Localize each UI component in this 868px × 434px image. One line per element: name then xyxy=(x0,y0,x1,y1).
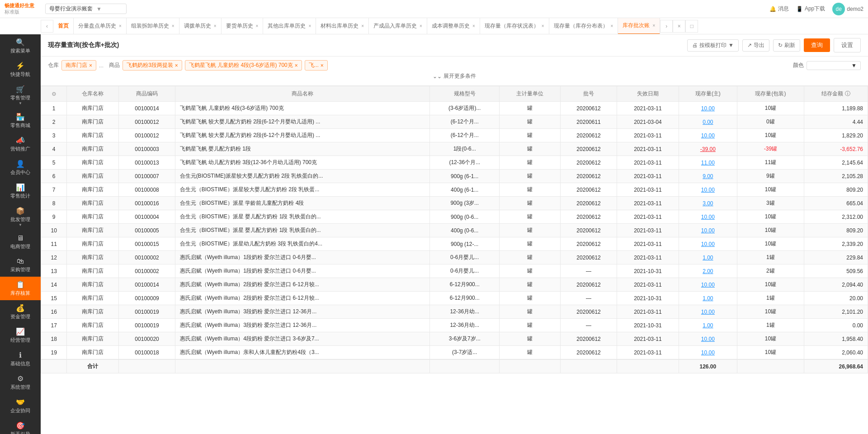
cell-8[interactable]: 1.00 xyxy=(679,292,737,305)
close-tab-icon[interactable]: × xyxy=(361,24,364,28)
close-tab-icon[interactable]: × xyxy=(119,24,122,28)
tab-transfer[interactable]: 调拨单历史× xyxy=(179,18,222,34)
cell-8[interactable]: 10.00 xyxy=(679,278,737,292)
tab-split[interactable]: 分量盘点单历史× xyxy=(74,18,127,34)
sidebar-item-enterprise[interactable]: 🤝企业协同 xyxy=(0,394,41,418)
sidebar-item-retail[interactable]: 🛒零售管理▼ xyxy=(0,81,41,109)
sidebar-item-guide[interactable]: 🎯新手引导 xyxy=(0,418,41,434)
cell-8[interactable]: 10.00 xyxy=(679,102,737,115)
cell-8[interactable]: -39.00 xyxy=(679,142,737,156)
tab-requisition[interactable]: 要货单历史× xyxy=(222,18,264,34)
cell-4: 400g (0-6... xyxy=(430,224,500,237)
cell-5: 罐 xyxy=(500,332,561,346)
sidebar-item-search[interactable]: 🔍搜索菜单 xyxy=(0,34,41,58)
tab-product-in[interactable]: 产成品入库单历史× xyxy=(369,18,427,34)
cell-8[interactable]: 0.00 xyxy=(679,115,737,129)
close-tab-icon[interactable]: × xyxy=(214,24,217,28)
account-selector[interactable]: 母婴行业演示账套 ▼ xyxy=(45,4,127,14)
cell-5: 罐 xyxy=(500,197,561,210)
cell-8[interactable]: 10.00 xyxy=(679,183,737,197)
cell-5: 罐 xyxy=(500,264,561,278)
close-tab-icon[interactable]: × xyxy=(472,24,475,28)
tab-disassemble[interactable]: 组装拆卸单历史× xyxy=(127,18,179,34)
tab-stock-status[interactable]: 现存量（库存状况表）× xyxy=(480,18,549,34)
print-button[interactable]: 🖨 按模板打印 ▼ xyxy=(687,39,739,52)
sidebar-label-enterprise: 企业协同 xyxy=(10,407,30,414)
maximize-button[interactable]: □ xyxy=(685,20,698,33)
sidebar-icon-shop: 🏪 xyxy=(16,113,25,121)
remove-product-tag-icon[interactable]: × xyxy=(295,62,298,69)
warehouse-tag[interactable]: 南库门店 × xyxy=(61,60,96,71)
query-button[interactable]: 查询 xyxy=(804,38,830,52)
cell-0: 4 xyxy=(41,142,67,156)
remove-product-tag-icon[interactable]: × xyxy=(321,62,324,69)
message-button[interactable]: 🔔 消息 xyxy=(769,5,789,13)
cell-8[interactable]: 3.00 xyxy=(679,197,737,210)
warehouse-filter-label: 仓库 xyxy=(48,61,59,69)
close-tab-icon[interactable]: × xyxy=(420,24,422,28)
cell-3: 合生元(BIOSTIME)派星较大婴儿配方奶粉 2段 乳铁蛋白的... xyxy=(175,170,430,183)
cell-8[interactable]: 10.00 xyxy=(679,129,737,142)
cell-1: 南库门店 xyxy=(67,332,119,346)
sidebar-item-purchase[interactable]: 🛍采购管理 xyxy=(0,254,41,277)
gear-icon[interactable]: ⚙ xyxy=(52,91,57,97)
sidebar-item-finance[interactable]: 💰资金管理 xyxy=(0,300,41,324)
sidebar-item-quicknav[interactable]: ⚡快捷导航 xyxy=(0,58,41,81)
tab-prev-button[interactable]: ‹ xyxy=(41,20,53,33)
product-tag-2[interactable]: 飞...× xyxy=(305,60,328,71)
cell-4: 0-6月婴儿... xyxy=(430,264,500,278)
app-download-button[interactable]: 📱 App下载 xyxy=(796,5,825,13)
export-button[interactable]: ↗ 导出 xyxy=(742,39,769,52)
color-select[interactable]: ▼ xyxy=(807,61,861,70)
setting-button[interactable]: 设置 xyxy=(834,38,861,52)
cell-8[interactable]: 10.00 xyxy=(679,224,737,237)
cell-8[interactable]: 2.00 xyxy=(679,264,737,278)
user-menu[interactable]: de demo2 xyxy=(832,3,863,15)
product-tag-1[interactable]: 飞鹤星飞帆 儿童奶粉 4段(3-6岁适用) 700克× xyxy=(185,60,302,71)
close-tab-icon[interactable]: × xyxy=(308,24,311,28)
tab-home[interactable]: 首页 xyxy=(53,18,74,34)
tab-material-out[interactable]: 材料出库单历史× xyxy=(316,18,369,34)
cell-8[interactable]: 9.00 xyxy=(679,170,737,183)
remove-product-tag-icon[interactable]: × xyxy=(175,62,178,69)
close-tab-icon[interactable]: × xyxy=(256,24,259,28)
cell-7: 2021-03-11 xyxy=(617,183,679,197)
sidebar-item-basic[interactable]: ℹ基础信息 xyxy=(0,347,41,371)
tab-next-button[interactable]: › xyxy=(660,20,673,33)
cell-8[interactable]: 10.00 xyxy=(679,237,737,251)
cell-8[interactable]: 1.00 xyxy=(679,319,737,332)
tab-batch-voucher[interactable]: 库存批次账× xyxy=(618,18,660,34)
cell-8[interactable]: 10.00 xyxy=(679,305,737,319)
sidebar-item-system[interactable]: ⚙系统管理 xyxy=(0,371,41,394)
cell-8[interactable]: 11.00 xyxy=(679,156,737,170)
cell-8[interactable]: 10.00 xyxy=(679,332,737,346)
warehouse-more-button[interactable]: ... xyxy=(99,62,104,69)
col-header-0[interactable]: ⚙ xyxy=(41,86,67,102)
sidebar-item-operations[interactable]: 📈经营管理 xyxy=(0,324,41,347)
close-tab-icon[interactable]: × xyxy=(542,24,544,28)
refresh-button[interactable]: ↻ 刷新 xyxy=(773,39,800,52)
cell-8[interactable]: 1.00 xyxy=(679,251,737,264)
tab-cost-adjust[interactable]: 成本调整单历史× xyxy=(427,18,480,34)
tab-stock-dist[interactable]: 现存量（库存分布表）× xyxy=(549,18,618,34)
sidebar-item-member[interactable]: 👤会员中心 xyxy=(0,156,41,179)
tab-other-out[interactable]: 其他出库单历史× xyxy=(263,18,316,34)
expand-more-button[interactable]: ⌄⌄ 展开更多条件 xyxy=(48,71,861,82)
cell-7: 2021-03-11 xyxy=(617,278,679,292)
sidebar-item-wholesale[interactable]: 📦批发管理▼ xyxy=(0,203,41,231)
bell-icon: 🔔 xyxy=(769,6,776,12)
sidebar-item-marketing[interactable]: 📣营销推广 xyxy=(0,132,41,156)
sidebar-icon-enterprise: 🤝 xyxy=(16,398,25,406)
sidebar-item-stats[interactable]: 📊零售统计 xyxy=(0,179,41,203)
cell-8[interactable]: 10.00 xyxy=(679,346,737,360)
sidebar-item-inventory[interactable]: 📋库存核算 xyxy=(0,277,41,300)
cell-8[interactable]: 10.00 xyxy=(679,210,737,224)
close-tab-icon[interactable]: × xyxy=(611,24,613,28)
remove-warehouse-icon[interactable]: × xyxy=(89,62,92,69)
close-all-tabs-button[interactable]: × xyxy=(673,20,685,33)
product-tag-0[interactable]: 飞鹤奶粉3段两提装× xyxy=(123,60,182,71)
close-tab-icon[interactable]: × xyxy=(172,24,175,28)
sidebar-item-ecommerce[interactable]: 🖥电商管理 xyxy=(0,231,41,254)
sidebar-item-shop[interactable]: 🏪零售商城 xyxy=(0,109,41,132)
close-tab-icon[interactable]: × xyxy=(652,23,655,28)
